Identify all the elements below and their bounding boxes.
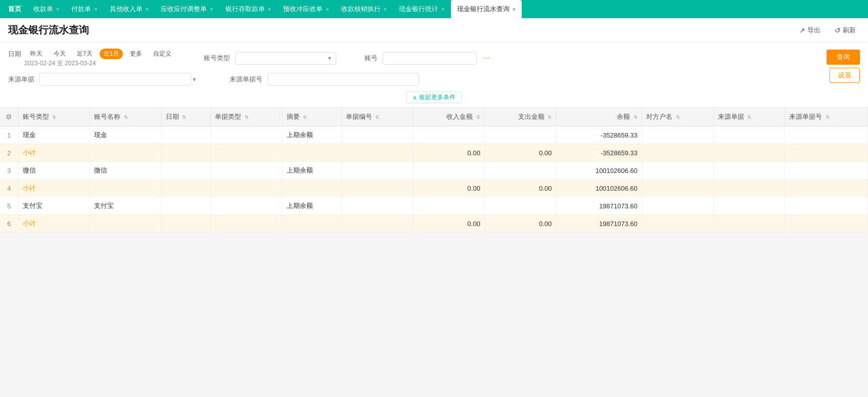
table-cell: 微信 bbox=[90, 162, 162, 180]
table-cell bbox=[282, 180, 341, 197]
table-cell: 6 bbox=[0, 215, 18, 233]
date-yesterday[interactable]: 昨天 bbox=[26, 49, 47, 59]
sort-doc-no-icon: ⇅ bbox=[375, 114, 379, 120]
col-source-doc[interactable]: 来源单据 ⇅ bbox=[713, 108, 785, 126]
date-7days[interactable]: 近7天 bbox=[73, 49, 97, 59]
table-cell bbox=[211, 126, 283, 144]
col-income[interactable]: 收入金额 ⇅ bbox=[413, 108, 485, 126]
nav-adjust[interactable]: 应收应付调整单 × bbox=[155, 0, 219, 18]
table-cell bbox=[161, 180, 211, 197]
col-source-doc-no[interactable]: 来源单据号 ⇅ bbox=[785, 108, 868, 126]
account-no-dots-button[interactable]: ··· bbox=[480, 53, 492, 64]
table-cell: 现金 bbox=[18, 126, 90, 144]
col-balance[interactable]: 余额 ⇅ bbox=[556, 108, 642, 126]
table-row: 6小计0.000.0019871073.60 bbox=[0, 215, 868, 233]
table-cell bbox=[341, 215, 413, 233]
nav-home[interactable]: 首页 bbox=[2, 0, 27, 18]
table-cell bbox=[642, 162, 714, 180]
col-doc-type[interactable]: 单据类型 ⇅ bbox=[211, 108, 283, 126]
account-type-select-wrapper: ▼ bbox=[235, 52, 336, 65]
table-cell bbox=[642, 215, 714, 233]
close-adjust-icon[interactable]: × bbox=[210, 6, 213, 12]
table-cell bbox=[413, 197, 485, 215]
source-doc-no-input[interactable] bbox=[267, 73, 419, 85]
export-button[interactable]: ↗ 导出 bbox=[795, 24, 825, 37]
table-cell: 现金 bbox=[90, 126, 162, 144]
close-fukuan-icon[interactable]: × bbox=[94, 6, 97, 12]
table-cell: 19871073.60 bbox=[556, 215, 642, 233]
account-no-input[interactable] bbox=[383, 52, 477, 65]
close-bank-deposit-icon[interactable]: × bbox=[268, 6, 271, 12]
sort-summary-icon: ⇅ bbox=[303, 114, 307, 120]
col-account-name[interactable]: 账号名称 ⇅ bbox=[90, 108, 162, 126]
sort-counterparty-icon: ⇅ bbox=[676, 114, 680, 120]
col-expense[interactable]: 支出金额 ⇅ bbox=[484, 108, 556, 126]
nav-bank-flow[interactable]: 现金银行流水查询 × bbox=[451, 0, 522, 18]
col-doc-no[interactable]: 单据编号 ⇅ bbox=[341, 108, 413, 126]
close-verify-icon[interactable]: × bbox=[384, 6, 387, 12]
nav-other-income[interactable]: 其他收入单 × bbox=[104, 0, 155, 18]
table-cell bbox=[713, 126, 785, 144]
date-custom[interactable]: 自定义 bbox=[149, 49, 175, 59]
account-no-group: 账号 ··· bbox=[364, 52, 492, 65]
table-cell: 5 bbox=[0, 197, 18, 215]
table-cell: 小计 bbox=[18, 144, 90, 162]
close-shoukuan-icon[interactable]: × bbox=[56, 6, 59, 12]
nav-bank-stats[interactable]: 现金银行统计 × bbox=[393, 0, 450, 18]
nav-prepay[interactable]: 预收冲应收单 × bbox=[277, 0, 335, 18]
table-row: 2小计0.000.00-3528659.33 bbox=[0, 144, 868, 162]
table-cell: 微信 bbox=[18, 162, 90, 180]
close-bank-stats-icon[interactable]: × bbox=[441, 6, 444, 12]
table-cell: 1 bbox=[0, 126, 18, 144]
date-1month[interactable]: 近1月 bbox=[100, 49, 123, 59]
gear-icon[interactable]: ⚙ bbox=[6, 113, 12, 121]
date-range-text: 2023-02-24 至 2023-03-24 bbox=[10, 59, 96, 68]
query-button[interactable]: 查询 bbox=[827, 50, 860, 65]
col-summary[interactable]: 摘要 ⇅ bbox=[282, 108, 341, 126]
table-cell bbox=[282, 144, 341, 162]
table-cell bbox=[785, 197, 868, 215]
nav-verify[interactable]: 收款核销执行 × bbox=[335, 0, 393, 18]
col-counterparty[interactable]: 对方户名 ⇅ bbox=[642, 108, 714, 126]
filter-main-row: 日期 昨天 今天 近7天 近1月 更多 自定义 2023-02-24 至 202… bbox=[8, 49, 860, 90]
table-cell bbox=[90, 144, 162, 162]
table-cell bbox=[413, 162, 485, 180]
table-cell: 19871073.60 bbox=[556, 197, 642, 215]
sort-source-doc-icon: ⇅ bbox=[747, 114, 751, 120]
table-cell bbox=[282, 215, 341, 233]
source-doc-select[interactable] bbox=[39, 73, 191, 85]
date-more[interactable]: 更多 bbox=[126, 49, 146, 59]
table-cell bbox=[713, 162, 785, 180]
sort-expense-icon: ⇅ bbox=[547, 114, 552, 120]
close-prepay-icon[interactable]: × bbox=[326, 6, 329, 12]
table-cell bbox=[713, 144, 785, 162]
col-gear[interactable]: ⚙ bbox=[0, 108, 18, 126]
account-type-select[interactable] bbox=[235, 52, 336, 65]
sort-doc-type-icon: ⇅ bbox=[245, 114, 249, 120]
settings-button[interactable]: 设置 bbox=[830, 68, 860, 83]
filter-left: 日期 昨天 今天 近7天 近1月 更多 自定义 2023-02-24 至 202… bbox=[8, 49, 827, 90]
col-date[interactable]: 日期 ⇅ bbox=[161, 108, 211, 126]
sort-account-name-icon: ⇅ bbox=[124, 114, 128, 120]
close-bank-flow-icon[interactable]: × bbox=[513, 6, 516, 12]
table-cell bbox=[785, 215, 868, 233]
page-title: 现金银行流水查询 bbox=[8, 23, 89, 37]
col-account-type[interactable]: 账号类型 ⇅ bbox=[18, 108, 90, 126]
table-cell bbox=[642, 144, 714, 162]
table-cell bbox=[161, 197, 211, 215]
table-cell: 支付宝 bbox=[18, 197, 90, 215]
table-cell bbox=[341, 180, 413, 197]
nav-shoukuan[interactable]: 收款单 × bbox=[27, 0, 65, 18]
date-today[interactable]: 今天 bbox=[50, 49, 70, 59]
table-cell bbox=[341, 197, 413, 215]
nav-bank-deposit[interactable]: 银行存取款单 × bbox=[219, 0, 277, 18]
table-cell: 100102606.60 bbox=[556, 180, 642, 197]
sort-account-type-icon: ⇅ bbox=[52, 114, 56, 120]
refresh-button[interactable]: ↺ 刷新 bbox=[831, 24, 860, 37]
table-cell bbox=[90, 180, 162, 197]
nav-fukuan[interactable]: 付款单 × bbox=[65, 0, 103, 18]
collapse-button[interactable]: ∧ 收起更多条件 bbox=[406, 92, 462, 103]
source-doc-select-wrapper: ▼ bbox=[39, 73, 201, 85]
table-cell bbox=[161, 215, 211, 233]
close-other-income-icon[interactable]: × bbox=[146, 6, 149, 12]
